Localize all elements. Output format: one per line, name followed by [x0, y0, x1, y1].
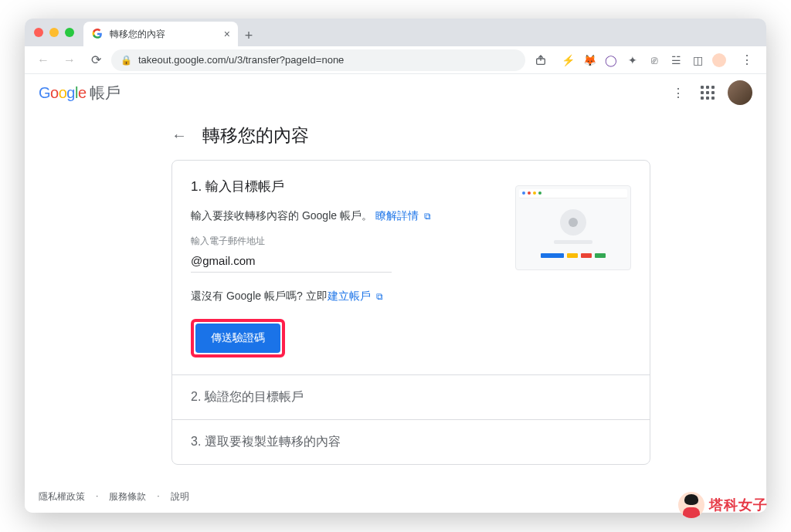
separator: ·	[96, 490, 98, 503]
separator: ·	[157, 490, 159, 503]
window-controls	[34, 28, 74, 37]
share-button[interactable]	[530, 49, 552, 71]
transfer-card: 1. 輸入目標帳戶 輸入要接收轉移內容的 Google 帳戶。 瞭解詳情 ⧉ 輸…	[171, 160, 650, 465]
learn-more-link[interactable]: 瞭解詳情	[375, 209, 419, 222]
back-arrow-icon[interactable]: ←	[171, 127, 187, 144]
step-1-description: 輸入要接收轉移內容的 Google 帳戶。 瞭解詳情 ⧉	[191, 208, 484, 224]
new-tab-button[interactable]: +	[238, 25, 260, 46]
help-link[interactable]: 說明	[171, 490, 189, 503]
external-link-icon: ⧉	[424, 211, 431, 222]
google-logo[interactable]: Google	[39, 84, 87, 102]
step-1-title: 1. 輸入目標帳戶	[191, 178, 484, 195]
toolbar: ← → ⟳ 🔒 takeout.google.com/u/3/transfer?…	[25, 46, 766, 74]
more-options-icon[interactable]: ⋮	[669, 83, 687, 102]
close-window-button[interactable]	[34, 28, 43, 37]
privacy-link[interactable]: 隱私權政策	[39, 490, 85, 503]
browser-menu-button[interactable]: ⋮	[735, 53, 759, 67]
terms-link[interactable]: 服務條款	[109, 490, 146, 503]
extensions-icon[interactable]: ✦	[626, 53, 640, 67]
page-content: Google 帳戶 ⋮ ← 轉移您的內容 1. 輸入目標帳戶	[25, 74, 766, 513]
reload-button[interactable]: ⟳	[85, 49, 107, 71]
extension-icons: ⚡ 🦊 ◯ ✦ ⎚ ☱ ◫	[556, 53, 731, 67]
send-button-highlight: 傳送驗證碼	[191, 319, 285, 357]
google-favicon-icon	[91, 28, 104, 40]
address-bar[interactable]: 🔒 takeout.google.com/u/3/transfer?pageId…	[111, 49, 525, 71]
minimize-window-button[interactable]	[49, 28, 59, 37]
watermark: 塔科女子	[678, 492, 768, 518]
create-account-link[interactable]: 建立帳戶	[328, 290, 371, 302]
tab-strip: 轉移您的內容 × +	[25, 19, 766, 46]
email-input-label: 輸入電子郵件地址	[191, 235, 484, 248]
forward-button[interactable]: →	[59, 49, 80, 71]
google-apps-icon[interactable]	[698, 83, 717, 102]
extension-icon[interactable]: ◯	[604, 53, 618, 67]
lock-icon: 🔒	[121, 55, 132, 66]
back-button[interactable]: ←	[32, 49, 54, 71]
step-1-section: 1. 輸入目標帳戶 輸入要接收轉移內容的 Google 帳戶。 瞭解詳情 ⧉ 輸…	[172, 161, 650, 375]
extension-icon[interactable]: 🦊	[582, 53, 596, 67]
page-title-row: ← 轉移您的內容	[25, 111, 766, 160]
footer-links: 隱私權政策 · 服務條款 · 說明	[39, 490, 189, 503]
create-account-row: 還沒有 Google 帳戶嗎? 立即建立帳戶 ⧉	[191, 290, 484, 303]
watermark-text: 塔科女子	[709, 496, 768, 514]
step-3-section[interactable]: 3. 選取要複製並轉移的內容	[172, 420, 650, 464]
account-illustration	[500, 178, 631, 278]
page-title: 轉移您的內容	[202, 124, 309, 147]
account-avatar[interactable]	[728, 80, 752, 105]
send-code-button[interactable]: 傳送驗證碼	[195, 324, 280, 353]
email-input[interactable]	[191, 249, 392, 273]
reading-list-icon[interactable]: ☱	[669, 53, 683, 67]
side-panel-icon[interactable]: ◫	[691, 53, 704, 67]
account-label: 帳戶	[90, 83, 121, 103]
tab-title: 轉移您的內容	[110, 28, 165, 41]
profile-avatar-icon[interactable]	[712, 53, 726, 67]
url-text: takeout.google.com/u/3/transfer?pageId=n…	[138, 54, 344, 66]
app-header: Google 帳戶 ⋮	[25, 74, 766, 111]
step-2-section[interactable]: 2. 驗證您的目標帳戶	[172, 375, 650, 420]
extension-icon[interactable]: ⚡	[561, 53, 575, 67]
browser-window: 轉移您的內容 × + ← → ⟳ 🔒 takeout.google.com/u/…	[25, 19, 766, 513]
browser-tab[interactable]: 轉移您的內容 ×	[83, 22, 238, 46]
cast-icon[interactable]: ⎚	[647, 53, 661, 67]
close-tab-icon[interactable]: ×	[224, 28, 230, 40]
maximize-window-button[interactable]	[65, 28, 74, 37]
external-link-icon: ⧉	[376, 291, 383, 302]
watermark-avatar-icon	[678, 492, 704, 518]
